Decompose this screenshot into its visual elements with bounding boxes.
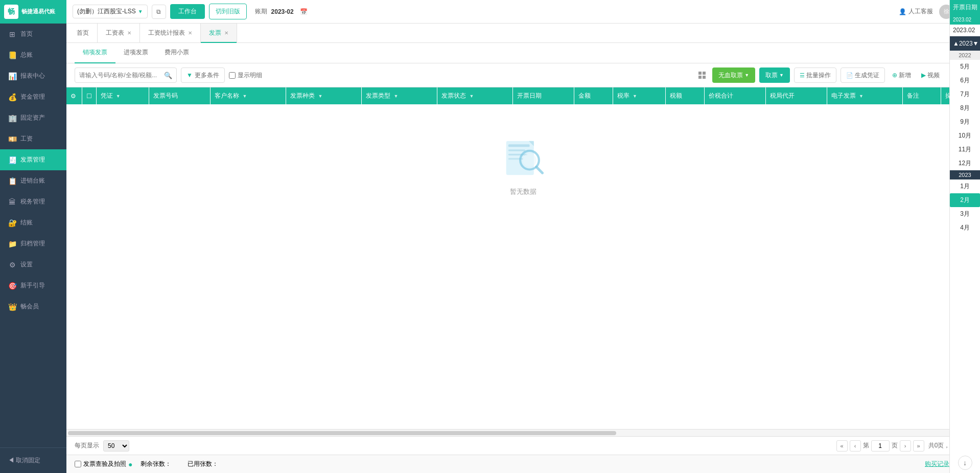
search-field[interactable]: 🔍 [75,67,177,83]
assets-icon: 🏢 [8,114,16,122]
copy-button[interactable]: ⧉ [152,5,166,19]
first-page-button[interactable]: « [836,440,848,452]
month-2023-4[interactable]: 4月 [950,221,980,235]
search-icon[interactable]: 🔍 [164,72,172,79]
subtab-purchase-invoice[interactable]: 进项发票 [115,43,156,63]
new-button[interactable]: ⊕ 新增 [889,67,914,83]
sidebar-item-ledger[interactable]: 📒 总账 [0,44,66,65]
sidebar-item-funds[interactable]: 💰 资金管理 [0,86,66,107]
switch-version-button[interactable]: 切到旧版 [209,4,247,19]
tab-salary-table-label: 工资表 [106,29,124,37]
month-2022-5[interactable]: 5月 [950,60,980,74]
no-tax-label: 无血取票 [718,71,743,80]
month-2022-8[interactable]: 8月 [950,101,980,115]
sidebar-item-member[interactable]: 👑 畅会员 [0,296,66,317]
tab-salary-stats[interactable]: 工资统计报表 ✕ [140,24,201,43]
sidebar-label-ledger: 总账 [20,51,33,59]
col-settings[interactable]: ⚙ [66,87,82,104]
month-2022-6[interactable]: 6月 [950,74,980,87]
search-input[interactable] [79,72,162,79]
month-2022-7[interactable]: 7月 [950,87,980,101]
sidebar-item-payroll[interactable]: 💴 工资 [0,128,66,149]
month-2023-2[interactable]: 2月 [950,193,980,207]
tab-salary-stats-close-icon[interactable]: ✕ [188,30,192,36]
subtab-sales-invoice[interactable]: 销项发票 [75,43,115,63]
toolbar-left: 🔍 ▼ 更多条件 显示明细 [75,67,692,83]
batch-op-button[interactable]: ☰ 批量操作 [794,67,836,83]
sidebar-label-guide: 新手引导 [20,281,45,290]
no-tax-button[interactable]: 无血取票 ▼ [712,67,755,83]
tab-invoice[interactable]: 发票 ✕ [201,24,237,43]
col-checkbox[interactable]: ☐ [82,87,96,104]
take-ticket-label: 取票 [765,71,778,80]
sidebar-item-home[interactable]: ⊞ 首页 [0,24,66,44]
purchase-record-link[interactable]: 购买记录 [925,460,949,468]
prev-page-button[interactable]: ‹ [850,440,861,452]
sidebar-item-reports[interactable]: 📊 报表中心 [0,65,66,86]
last-page-button[interactable]: » [913,440,924,452]
subtab-expense-label: 费用小票 [165,48,189,57]
tab-invoice-close-icon[interactable]: ✕ [224,30,228,36]
e-inv-filter-icon[interactable]: ▼ [859,94,864,99]
month-2023-3[interactable]: 3月 [950,207,980,221]
video-button[interactable]: ▶ 视频 [918,67,943,83]
invoice-check: 发票查验及拍照 ● [75,460,132,468]
month-2023-1[interactable]: 1月 [950,179,980,193]
toolbar-right: 无血取票 ▼ 取票 ▼ ☰ 批量操作 📄 生成凭证 ⊕ 新增 [696,67,972,83]
generate-voucher-button[interactable]: 📄 生成凭证 [841,67,885,83]
voucher-filter-icon[interactable]: ▼ [116,94,121,99]
sidebar-item-invoices[interactable]: 🧾 发票管理 [0,149,66,170]
month-2022-11[interactable]: 11月 [950,143,980,156]
company-selector[interactable]: (勿删）江西股宝-LSS ▼ [73,5,148,18]
take-ticket-button[interactable]: 取票 ▼ [759,67,790,83]
filter-button[interactable]: ▼ 更多条件 [181,67,225,83]
customer-filter-icon[interactable]: ▼ [242,94,247,99]
app-logo: 畅 畅捷通易代账 [0,0,66,24]
tab-salary-table[interactable]: 工资表 ✕ [98,24,140,43]
inv-cat-filter-icon[interactable]: ▼ [393,94,398,99]
sidebar-label-member: 畅会员 [20,302,39,311]
month-2022-9[interactable]: 9月 [950,115,980,129]
page-label: 第 [863,441,869,450]
sidebar-item-sales[interactable]: 📋 进销台账 [0,170,66,191]
sidebar-item-assets[interactable]: 🏢 固定资产 [0,107,66,128]
svg-rect-0 [698,72,702,75]
period-calendar-icon[interactable]: 📅 [300,8,308,15]
sidebar: 畅 畅捷通易代账 ⊞ 首页 📒 总账 📊 报表中心 💰 资金管理 🏢 固定资产 … [0,0,66,473]
unpin-button[interactable]: ◀ 取消固定 [0,452,66,469]
month-2022-10[interactable]: 10月 [950,129,980,143]
svg-rect-5 [508,144,530,147]
tabbar: 首页 工资表 ✕ 工资统计报表 ✕ 发票 ✕ ✕ □ [66,24,980,43]
per-page-select[interactable]: 50 100 200 [103,440,129,452]
month-2022-12[interactable]: 12月 [950,156,980,170]
date-panel-scroll-down[interactable]: ↓ [958,456,972,470]
tab-home[interactable]: 首页 [66,24,98,43]
year-up-button[interactable]: ▲ [953,40,959,47]
show-detail-checkbox[interactable]: 显示明细 [229,71,262,80]
tab-salary-close-icon[interactable]: ✕ [127,30,131,36]
support-button[interactable]: 👤 人工客服 [899,7,933,16]
date-panel-header[interactable]: 开票日期 [950,0,980,15]
sidebar-item-guide[interactable]: 🎯 新手引导 [0,275,66,296]
sidebar-item-closing[interactable]: 🔐 结账 [0,212,66,233]
tax-rate-filter-icon[interactable]: ▼ [633,94,637,99]
sidebar-item-settings[interactable]: ⚙ 设置 [0,254,66,275]
subtab-expense-receipt[interactable]: 费用小票 [156,43,197,63]
year-down-button[interactable]: ▼ [973,40,979,47]
invoice-check-checkbox[interactable] [75,461,81,467]
sidebar-item-archive[interactable]: 📁 归档管理 [0,233,66,254]
col-open-date: 开票日期 [513,87,574,104]
sidebar-item-tax[interactable]: 🏛 税务管理 [0,191,66,212]
detail-checkbox[interactable] [229,72,236,79]
date-panel-second-date[interactable]: 2023.02 [950,25,980,36]
grid-view-icon[interactable] [696,69,708,81]
workbench-button[interactable]: 工作台 [170,4,205,19]
inv-type-filter-icon[interactable]: ▼ [318,94,322,99]
scrollbar-area[interactable] [66,429,980,436]
inv-status-filter-icon[interactable]: ▼ [470,94,474,99]
scrollbar-thumb [68,431,616,435]
next-page-button[interactable]: › [900,440,911,452]
col-voucher: 凭证 ▼ [96,87,149,104]
page-number-input[interactable] [871,440,890,452]
date-year-selector: ▲ 2023 ▼ [950,36,980,51]
